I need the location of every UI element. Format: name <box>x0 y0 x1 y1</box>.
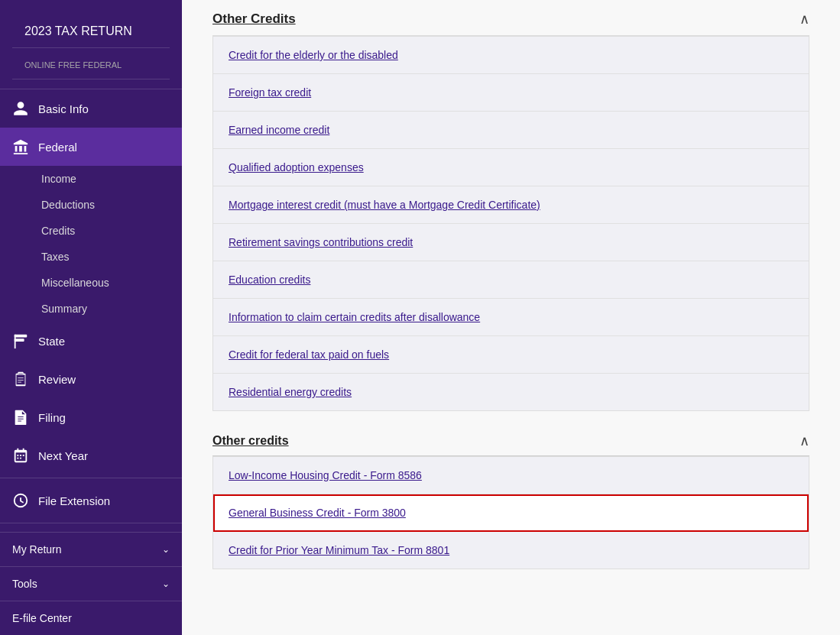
credit-low-income-housing[interactable]: Low-Income Housing Credit - Form 8586 <box>213 457 809 494</box>
credit-federal-fuels[interactable]: Credit for federal tax paid on fuels <box>213 336 809 374</box>
sidebar-item-filing[interactable]: Filing <box>0 398 182 436</box>
clock-icon <box>12 492 29 509</box>
credit-retirement-savings[interactable]: Retirement savings contributions credit <box>213 224 809 261</box>
other-credits-section-header: Other Credits ∧ <box>212 0 809 36</box>
sidebar-my-return[interactable]: My Return ⌄ <box>0 532 182 566</box>
sidebar-tools[interactable]: Tools ⌄ <box>0 566 182 601</box>
main-content: Other Credits ∧ Credit for the elderly o… <box>182 0 840 635</box>
credit-prior-year-min-tax[interactable]: Credit for Prior Year Minimum Tax - Form… <box>213 532 809 569</box>
document-icon <box>12 409 29 426</box>
tax-year-label: 2023 TAX RETURN <box>12 12 170 48</box>
efile-center-label: E-file Center <box>12 612 72 624</box>
svg-rect-2 <box>15 335 16 348</box>
chevron-down-icon-tools: ⌄ <box>162 578 170 589</box>
calendar-icon <box>12 447 29 464</box>
sidebar-sub-deductions[interactable]: Deductions <box>0 192 182 218</box>
other-credits-collapse-button[interactable]: ∧ <box>799 11 809 28</box>
sidebar-item-review[interactable]: Review <box>0 360 182 398</box>
sidebar-sub-taxes[interactable]: Taxes <box>0 244 182 270</box>
svg-rect-0 <box>15 335 28 338</box>
chevron-down-icon: ⌄ <box>162 544 170 555</box>
credit-mortgage-interest[interactable]: Mortgage interest credit (must have a Mo… <box>213 186 809 224</box>
state-label: State <box>38 335 65 348</box>
other-credits-sub-list: Low-Income Housing Credit - Form 8586 Ge… <box>212 456 809 569</box>
sidebar-sub-summary[interactable]: Summary <box>0 296 182 322</box>
sidebar-bottom: My Return ⌄ Tools ⌄ E-file Center <box>0 532 182 635</box>
sidebar-item-file-extension[interactable]: File Extension <box>0 481 182 520</box>
other-credits-sub-collapse-button[interactable]: ∧ <box>799 433 809 449</box>
other-credits-title: Other Credits <box>212 11 296 27</box>
tools-label: Tools <box>12 578 37 590</box>
sidebar-item-next-year[interactable]: Next Year <box>0 436 182 475</box>
file-extension-label: File Extension <box>38 494 110 507</box>
credit-foreign-tax[interactable]: Foreign tax credit <box>213 74 809 112</box>
return-type-label: ONLINE FREE FEDERAL <box>12 48 170 79</box>
my-return-label: My Return <box>12 543 62 556</box>
sidebar-sub-credits[interactable]: Credits <box>0 218 182 244</box>
credit-education[interactable]: Education credits <box>213 261 809 299</box>
next-year-label: Next Year <box>38 449 88 462</box>
svg-rect-1 <box>15 339 24 342</box>
federal-sub-items: Income Deductions Credits Taxes Miscella… <box>0 166 182 322</box>
sidebar-sub-miscellaneous[interactable]: Miscellaneous <box>0 270 182 296</box>
sidebar-sub-income[interactable]: Income <box>0 166 182 192</box>
other-credits-sub-section: Other credits ∧ Low-Income Housing Credi… <box>212 423 809 569</box>
federal-label: Federal <box>38 141 77 154</box>
sidebar-efile-center[interactable]: E-file Center <box>0 601 182 635</box>
other-credits-sub-title: Other credits <box>212 434 289 448</box>
sidebar-item-basic-info[interactable]: Basic Info <box>0 89 182 128</box>
sidebar: 2023 TAX RETURN ONLINE FREE FEDERAL Basi… <box>0 0 182 635</box>
building-icon <box>12 138 29 155</box>
credit-general-business[interactable]: General Business Credit - Form 3800 <box>213 494 809 532</box>
sidebar-item-federal[interactable]: Federal <box>0 128 182 166</box>
other-credits-list: Credit for the elderly or the disabled F… <box>212 36 809 411</box>
sidebar-header: 2023 TAX RETURN ONLINE FREE FEDERAL <box>0 0 182 89</box>
credit-elderly-disabled[interactable]: Credit for the elderly or the disabled <box>213 37 809 74</box>
flag-icon <box>12 332 29 349</box>
credit-earned-income[interactable]: Earned income credit <box>213 112 809 149</box>
clipboard-icon <box>12 371 29 387</box>
credit-disallowance[interactable]: Information to claim certain credits aft… <box>213 299 809 336</box>
other-credits-sub-header: Other credits ∧ <box>212 423 809 456</box>
filing-label: Filing <box>38 411 66 424</box>
sidebar-item-state[interactable]: State <box>0 322 182 360</box>
credit-residential-energy[interactable]: Residential energy credits <box>213 374 809 410</box>
basic-info-label: Basic Info <box>38 102 89 115</box>
review-label: Review <box>38 373 76 386</box>
credit-adoption[interactable]: Qualified adoption expenses <box>213 149 809 186</box>
person-icon <box>12 100 29 117</box>
